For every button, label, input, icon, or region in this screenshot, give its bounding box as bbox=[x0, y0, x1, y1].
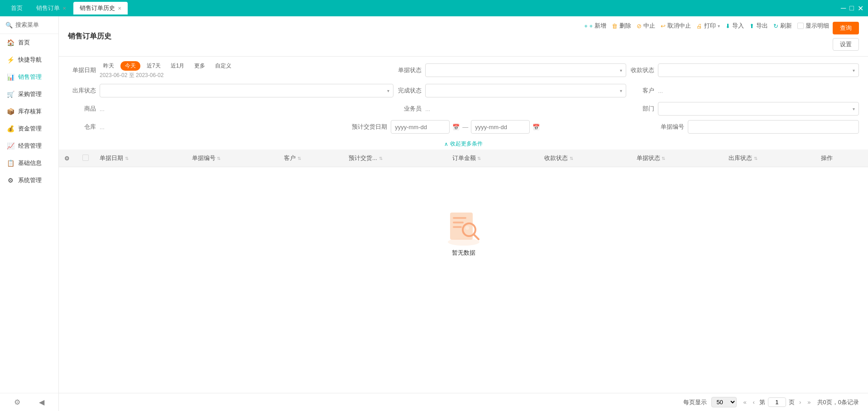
operation-icon: 📈 bbox=[6, 142, 14, 150]
collapse-button[interactable]: ∧ 收起更多条件 bbox=[68, 138, 859, 150]
import-button[interactable]: ⬇ 导入 bbox=[725, 22, 744, 30]
new-label: 新增 bbox=[595, 22, 606, 30]
delivery-status-select[interactable]: ▾ bbox=[100, 84, 393, 97]
salesperson-dots[interactable]: ... bbox=[425, 106, 430, 112]
delivery-status-arrow-icon: ▾ bbox=[387, 88, 389, 93]
date-tag-custom[interactable]: 自定义 bbox=[211, 61, 235, 71]
import-icon: ⬇ bbox=[725, 23, 730, 29]
filter-customer: 客户 ... bbox=[626, 87, 859, 95]
delete-label: 删除 bbox=[619, 22, 631, 30]
customer-label: 客户 bbox=[626, 87, 658, 95]
top-bar-controls: ─ □ ✕ bbox=[841, 4, 863, 13]
top-bar: 首页 销售订单 ✕ 销售订单历史 ✕ ─ □ ✕ bbox=[0, 0, 868, 16]
col-order-no[interactable]: 单据编号 ⇅ bbox=[187, 150, 279, 167]
last-page-button[interactable]: » bbox=[806, 398, 812, 406]
sidebar-item-sales[interactable]: 📊 销售管理 bbox=[0, 68, 58, 86]
sidebar-item-operation[interactable]: 📈 经营管理 bbox=[0, 137, 58, 155]
customer-dots[interactable]: ... bbox=[658, 87, 663, 94]
order-status-control: ▾ bbox=[425, 63, 626, 77]
order-status-select[interactable]: ▾ bbox=[425, 63, 626, 77]
window-minimize-icon[interactable]: ─ bbox=[841, 4, 846, 12]
product-dots[interactable]: ... bbox=[100, 106, 105, 112]
refresh-button[interactable]: ↻ 刷新 bbox=[773, 22, 792, 30]
order-no-input[interactable] bbox=[688, 120, 859, 134]
tab-sales-order-close[interactable]: ✕ bbox=[62, 6, 66, 11]
stop-button[interactable]: ⊘ 中止 bbox=[637, 22, 655, 30]
col-delivery-sort-icon: ⇅ bbox=[379, 156, 383, 161]
delete-button[interactable]: 🗑 删除 bbox=[612, 22, 631, 30]
svg-rect-3 bbox=[453, 222, 464, 223]
delivery-date-start[interactable] bbox=[391, 120, 450, 134]
col-pay-status-sort-icon: ⇅ bbox=[570, 156, 573, 161]
sidebar-item-finance[interactable]: 💰 资金管理 bbox=[0, 120, 58, 137]
col-amount-sort-icon: ⇅ bbox=[477, 156, 481, 161]
date-tag-1month[interactable]: 近1月 bbox=[167, 61, 188, 71]
filter-salesperson: 业务员 ... bbox=[393, 105, 626, 113]
complete-status-select[interactable]: ▾ bbox=[425, 84, 626, 97]
prev-page-button[interactable]: ‹ bbox=[751, 398, 757, 406]
tab-sales-order[interactable]: 销售订单 ✕ bbox=[30, 2, 72, 15]
pay-status-select[interactable]: ▾ bbox=[658, 63, 859, 77]
cancel-stop-label: 取消中止 bbox=[667, 22, 691, 30]
sidebar-item-inventory[interactable]: 📦 库存核算 bbox=[0, 103, 58, 120]
tab-sales-history-close[interactable]: ✕ bbox=[118, 6, 121, 11]
product-label: 商品 bbox=[68, 105, 100, 113]
col-pay-status[interactable]: 收款状态 ⇅ bbox=[539, 150, 631, 167]
order-no-label: 单据编号 bbox=[656, 123, 688, 131]
calendar-start-icon[interactable]: 📅 bbox=[452, 124, 460, 131]
date-tags-wrapper: 昨天 今天 近7天 近1月 更多 自定义 2023-06-02 至 2023-0… bbox=[100, 61, 235, 79]
warehouse-dots[interactable]: ... bbox=[100, 124, 105, 131]
next-page-button[interactable]: › bbox=[797, 398, 803, 406]
filter-product: 商品 ... bbox=[68, 105, 393, 113]
complete-status-arrow-icon: ▾ bbox=[620, 88, 622, 93]
delivery-date-end[interactable] bbox=[471, 120, 530, 134]
new-button[interactable]: + 新增 bbox=[584, 22, 606, 30]
footer: 每页显示 50 100 200 « ‹ 第 页 › » 共0页，0条记录 bbox=[59, 393, 868, 411]
date-tag-yesterday[interactable]: 昨天 bbox=[100, 61, 118, 71]
sidebar-item-basic[interactable]: 📋 基础信息 bbox=[0, 155, 58, 172]
collapse-sidebar-icon[interactable]: ◀ bbox=[39, 398, 44, 406]
col-amount[interactable]: 订单金额 ⇅ bbox=[447, 150, 539, 167]
tab-home[interactable]: 首页 bbox=[5, 2, 29, 15]
current-page-input[interactable] bbox=[768, 397, 786, 407]
per-page-select[interactable]: 50 100 200 bbox=[711, 397, 737, 407]
collapse-up-icon: ∧ bbox=[444, 141, 448, 147]
settings-button[interactable]: 设置 bbox=[833, 38, 859, 51]
delivery-status-control: ▾ bbox=[100, 84, 393, 97]
tab-sales-order-label: 销售订单 bbox=[36, 4, 60, 12]
table-header-row: ⚙ 单据日期 ⇅ 单据编号 ⇅ 客户 ⇅ bbox=[59, 150, 868, 167]
table-check-header[interactable] bbox=[77, 150, 94, 167]
col-order-status[interactable]: 单据状态 ⇅ bbox=[631, 150, 724, 167]
tab-sales-history[interactable]: 销售订单历史 ✕ bbox=[73, 2, 128, 15]
filter-row-1: 单据日期 昨天 今天 近7天 近1月 更多 自定义 2023-06-02 至 2… bbox=[68, 61, 859, 79]
print-button[interactable]: 🖨 打印 ▾ bbox=[696, 22, 720, 30]
date-tag-today[interactable]: 今天 bbox=[120, 61, 140, 71]
date-tag-7days[interactable]: 近7天 bbox=[143, 61, 164, 71]
col-date[interactable]: 单据日期 ⇅ bbox=[94, 150, 187, 167]
query-button[interactable]: 查询 bbox=[833, 22, 859, 34]
window-close-icon[interactable]: ✕ bbox=[858, 4, 863, 13]
sidebar-item-purchase[interactable]: 🛒 采购管理 bbox=[0, 86, 58, 103]
sidebar-item-basic-label: 基础信息 bbox=[18, 159, 42, 167]
col-customer[interactable]: 客户 ⇅ bbox=[278, 150, 343, 167]
window-maximize-icon[interactable]: □ bbox=[849, 4, 854, 12]
col-delivery-status[interactable]: 出库状态 ⇅ bbox=[723, 150, 815, 167]
filter-complete-status: 完成状态 ▾ bbox=[393, 84, 626, 97]
settings-bottom-icon[interactable]: ⚙ bbox=[14, 398, 20, 406]
sidebar-item-quick-nav[interactable]: ⚡ 快捷导航 bbox=[0, 51, 58, 68]
date-tag-more[interactable]: 更多 bbox=[191, 61, 209, 71]
sidebar-item-home[interactable]: 🏠 首页 bbox=[0, 34, 58, 51]
export-button[interactable]: ⬆ 导出 bbox=[749, 22, 768, 30]
cancel-stop-button[interactable]: ↩ 取消中止 bbox=[661, 22, 691, 30]
table-settings-header[interactable]: ⚙ bbox=[59, 150, 77, 167]
sidebar-search[interactable]: 🔍 搜索菜单 bbox=[0, 16, 58, 34]
sidebar-item-system[interactable]: ⚙ 系统管理 bbox=[0, 172, 58, 189]
calendar-end-icon[interactable]: 📅 bbox=[532, 124, 540, 131]
col-delivery[interactable]: 预计交货... ⇅ bbox=[343, 150, 447, 167]
display-detail-check[interactable]: 显示明细 bbox=[797, 22, 829, 30]
department-select[interactable]: ▾ bbox=[658, 102, 859, 116]
display-detail-checkbox[interactable] bbox=[797, 23, 804, 29]
customer-control: ... bbox=[658, 87, 859, 94]
first-page-button[interactable]: « bbox=[741, 398, 748, 406]
table-body: 暂无数据 bbox=[59, 167, 868, 294]
